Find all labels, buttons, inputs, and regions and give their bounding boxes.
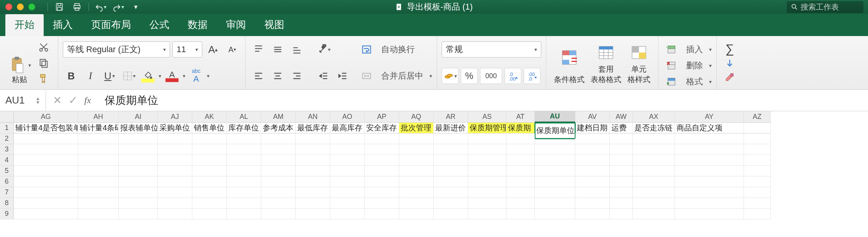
tab-review[interactable]: 审阅	[217, 14, 255, 36]
cell[interactable]	[365, 144, 399, 155]
cell[interactable]	[506, 144, 535, 155]
cell[interactable]	[14, 133, 78, 144]
save-icon[interactable]	[52, 2, 67, 12]
cell[interactable]	[296, 166, 330, 176]
cell[interactable]	[119, 198, 158, 209]
column-header[interactable]: AT	[506, 111, 535, 123]
paste-button[interactable]: ▾ 粘贴	[5, 39, 34, 86]
align-center-icon[interactable]	[269, 68, 286, 84]
cell[interactable]	[468, 144, 506, 155]
cell[interactable]	[506, 176, 535, 187]
cell[interactable]	[744, 144, 771, 155]
cell[interactable]	[227, 209, 261, 219]
cell[interactable]: 是否走冻链	[633, 123, 675, 133]
column-header[interactable]: AJ	[158, 111, 192, 123]
cell[interactable]	[675, 176, 744, 187]
cell[interactable]	[506, 155, 535, 166]
cell[interactable]	[506, 133, 535, 144]
cell[interactable]	[158, 187, 192, 198]
cell[interactable]	[14, 166, 78, 176]
cell[interactable]	[575, 187, 610, 198]
copy-icon[interactable]	[36, 56, 51, 69]
cell[interactable]	[468, 176, 506, 187]
cell[interactable]: 销售单位	[192, 123, 227, 133]
cell[interactable]	[633, 144, 675, 155]
column-header[interactable]: AN	[296, 111, 330, 123]
font-size-select[interactable]: 11▾	[172, 41, 202, 58]
cell[interactable]	[744, 187, 771, 198]
column-header[interactable]: AY	[675, 111, 744, 123]
cell[interactable]	[365, 166, 399, 176]
cell[interactable]	[192, 133, 227, 144]
cell[interactable]	[675, 144, 744, 155]
cell[interactable]	[575, 209, 610, 219]
cell[interactable]	[535, 144, 575, 155]
borders-icon[interactable]: ▾	[120, 68, 137, 84]
cell[interactable]	[506, 198, 535, 209]
cell[interactable]	[119, 155, 158, 166]
row-header[interactable]: 7	[0, 187, 14, 198]
cell[interactable]	[78, 209, 119, 219]
cell[interactable]: 保质期管理	[468, 123, 506, 133]
cell[interactable]: 保质期	[506, 123, 535, 133]
close-window-button[interactable]	[5, 3, 12, 10]
format-painter-icon[interactable]	[36, 72, 51, 85]
cell[interactable]	[675, 209, 744, 219]
cell-styles-button[interactable]: 单元 格样式	[624, 39, 653, 86]
align-middle-icon[interactable]	[269, 41, 286, 58]
cell[interactable]	[227, 198, 261, 209]
italic-icon[interactable]: I	[82, 68, 99, 84]
cell[interactable]	[535, 176, 575, 187]
number-format-select[interactable]: 常规▾	[442, 41, 541, 58]
cell[interactable]	[610, 176, 633, 187]
name-box[interactable]: AU1 ▲▼	[0, 90, 46, 111]
cell[interactable]	[610, 198, 633, 209]
row-header[interactable]: 4	[0, 155, 14, 166]
cell[interactable]	[434, 209, 468, 219]
cell[interactable]	[399, 176, 434, 187]
cell[interactable]	[78, 176, 119, 187]
cell[interactable]	[78, 198, 119, 209]
cell[interactable]	[192, 187, 227, 198]
decrease-decimal-icon[interactable]: .00.0	[524, 68, 540, 84]
cell[interactable]	[535, 166, 575, 176]
cell[interactable]: 最高库存	[330, 123, 365, 133]
cell[interactable]: 批次管理	[399, 123, 434, 133]
row-header[interactable]: 8	[0, 198, 14, 209]
cell[interactable]	[675, 198, 744, 209]
cell[interactable]	[330, 133, 365, 144]
cell[interactable]	[610, 155, 633, 166]
cell[interactable]	[296, 144, 330, 155]
tab-formulas[interactable]: 公式	[140, 14, 179, 36]
cell[interactable]	[14, 144, 78, 155]
cell[interactable]	[675, 155, 744, 166]
cell[interactable]	[675, 187, 744, 198]
tab-data[interactable]: 数据	[179, 14, 217, 36]
cell[interactable]	[296, 133, 330, 144]
maximize-window-button[interactable]	[28, 3, 35, 10]
cell[interactable]	[330, 187, 365, 198]
column-header[interactable]: AI	[119, 111, 158, 123]
cell[interactable]	[434, 166, 468, 176]
delete-cells-button[interactable]: 删除▾	[663, 58, 712, 74]
cell[interactable]: 运费	[610, 123, 633, 133]
tab-insert[interactable]: 插入	[44, 14, 82, 36]
cell[interactable]	[119, 209, 158, 219]
cell[interactable]	[744, 166, 771, 176]
cell[interactable]	[744, 176, 771, 187]
cell[interactable]	[744, 123, 771, 133]
search-sheet[interactable]	[787, 1, 863, 13]
column-header[interactable]: AG	[14, 111, 78, 123]
cell[interactable]	[575, 144, 610, 155]
cell[interactable]	[78, 133, 119, 144]
cell[interactable]	[506, 166, 535, 176]
cell[interactable]	[227, 144, 261, 155]
redo-icon[interactable]: ▾	[110, 2, 126, 12]
cell[interactable]	[468, 166, 506, 176]
column-header[interactable]: AL	[227, 111, 261, 123]
cell[interactable]: 采购单位	[158, 123, 192, 133]
cell[interactable]	[261, 144, 296, 155]
cell[interactable]	[227, 176, 261, 187]
cell[interactable]	[365, 155, 399, 166]
cell[interactable]	[535, 133, 575, 144]
